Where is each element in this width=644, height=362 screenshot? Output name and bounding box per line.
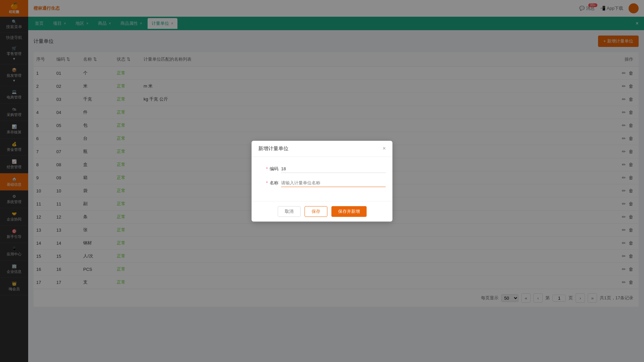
form-row-name: * 名称 xyxy=(258,179,386,187)
required-mark-name: * xyxy=(266,180,268,185)
add-unit-modal: 新增计量单位 × * 编码 * 名称 xyxy=(252,141,392,222)
content-area: 计量单位 + 新增计量单位 序号 编码 ⇅ 名称 ⇅ 状态 ⇅ 计量单位匹配的名… xyxy=(28,30,644,362)
name-label: * 名称 xyxy=(258,180,278,186)
cancel-button[interactable]: 取消 xyxy=(278,206,301,217)
required-mark: * xyxy=(266,166,268,171)
code-label: * 编码 xyxy=(258,166,278,172)
modal-overlay[interactable]: 新增计量单位 × * 编码 * 名称 xyxy=(28,30,644,362)
save-button[interactable]: 保存 xyxy=(305,206,327,217)
name-input[interactable] xyxy=(281,179,386,187)
modal-header: 新增计量单位 × xyxy=(252,141,392,157)
modal-close-button[interactable]: × xyxy=(383,145,386,152)
save-and-new-button[interactable]: 保存并新增 xyxy=(331,206,367,217)
form-row-code: * 编码 xyxy=(258,165,386,173)
main-area: 橙林通行生态 💬 消息 99+ 📲 App下载 首页 项目 × 地区 × xyxy=(28,0,644,362)
code-input[interactable] xyxy=(281,165,386,173)
modal-title: 新增计量单位 xyxy=(258,145,288,152)
modal-footer: 取消 保存 保存并新增 xyxy=(252,201,392,222)
modal-body: * 编码 * 名称 xyxy=(252,157,392,201)
